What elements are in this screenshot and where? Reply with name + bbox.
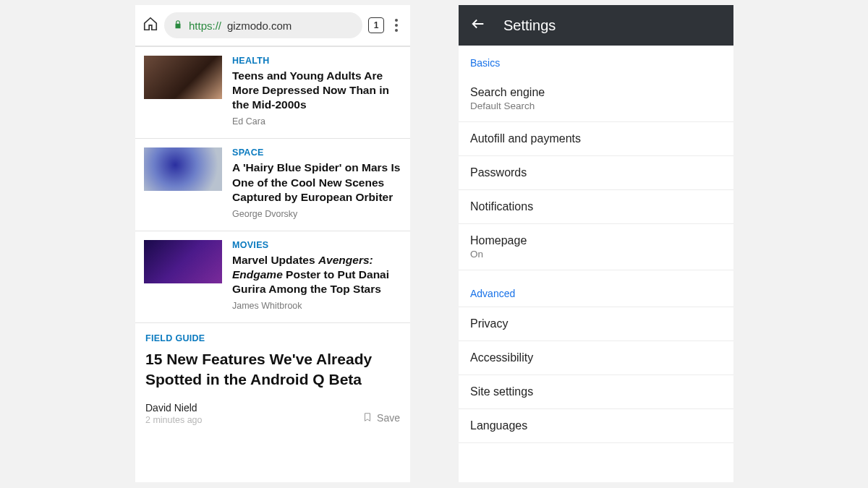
article-category[interactable]: HEALTH	[232, 56, 401, 66]
article-headline[interactable]: A 'Hairy Blue Spider' on Mars Is One of …	[232, 160, 401, 204]
setting-title: Privacy	[470, 317, 722, 330]
browser-toolbar: https://gizmodo.com 1	[135, 5, 410, 46]
article-author[interactable]: James Whitbrook	[232, 301, 401, 311]
setting-autofill[interactable]: Autofill and payments	[459, 122, 733, 156]
article-headline[interactable]: Marvel Updates Avengers: Endgame Poster …	[232, 253, 401, 296]
setting-title: Autofill and payments	[470, 132, 722, 145]
article-body: MOVIES Marvel Updates Avengers: Endgame …	[232, 240, 401, 311]
settings-screenshot: Settings Basics Search engine Default Se…	[459, 5, 733, 482]
article-author[interactable]: Ed Cara	[232, 116, 401, 127]
article-headline[interactable]: Teens and Young Adults Are More Depresse…	[232, 69, 401, 112]
article-thumbnail	[144, 56, 222, 99]
settings-title: Settings	[503, 17, 556, 34]
byline: David Nield 2 minutes ago	[145, 402, 203, 425]
bookmark-icon	[362, 411, 373, 425]
feature-headline[interactable]: 15 New Features We've Already Spotted in…	[145, 349, 400, 389]
back-arrow-icon[interactable]	[470, 16, 486, 35]
article-thumbnail	[144, 147, 222, 191]
feature-footer: David Nield 2 minutes ago Save	[145, 402, 400, 425]
article-category[interactable]: FIELD GUIDE	[145, 333, 400, 343]
article-body: HEALTH Teens and Young Adults Are More D…	[232, 56, 401, 127]
save-label: Save	[377, 412, 400, 424]
tab-count: 1	[374, 20, 379, 30]
article-row[interactable]: MOVIES Marvel Updates Avengers: Endgame …	[135, 231, 410, 322]
setting-passwords[interactable]: Passwords	[459, 156, 733, 190]
section-label-basics: Basics	[459, 46, 733, 76]
feature-article[interactable]: FIELD GUIDE 15 New Features We've Alread…	[135, 322, 410, 432]
article-author[interactable]: George Dvorsky	[232, 209, 401, 219]
home-icon[interactable]	[142, 16, 158, 35]
setting-title: Site settings	[470, 385, 722, 398]
section-label-advanced: Advanced	[459, 276, 733, 307]
article-row[interactable]: HEALTH Teens and Young Adults Are More D…	[135, 46, 410, 138]
tabs-icon[interactable]: 1	[368, 17, 384, 33]
feature-timestamp: 2 minutes ago	[145, 415, 203, 425]
setting-subtitle: Default Search	[470, 100, 722, 111]
setting-title: Notifications	[470, 200, 722, 213]
url-protocol: https://	[189, 20, 221, 32]
setting-title: Search engine	[470, 86, 722, 99]
setting-title: Homepage	[470, 234, 722, 247]
setting-privacy[interactable]: Privacy	[459, 307, 733, 341]
setting-title: Passwords	[470, 166, 722, 179]
setting-title: Accessibility	[470, 351, 722, 364]
setting-subtitle: On	[470, 249, 722, 260]
article-category[interactable]: MOVIES	[232, 240, 401, 250]
article-row[interactable]: SPACE A 'Hairy Blue Spider' on Mars Is O…	[135, 138, 410, 230]
lock-icon	[173, 20, 183, 32]
article-thumbnail	[144, 240, 222, 283]
setting-languages[interactable]: Languages	[459, 409, 733, 443]
settings-header: Settings	[459, 5, 733, 46]
setting-site-settings[interactable]: Site settings	[459, 375, 733, 409]
setting-accessibility[interactable]: Accessibility	[459, 341, 733, 375]
overflow-menu-icon[interactable]	[390, 19, 403, 32]
save-button[interactable]: Save	[362, 411, 400, 425]
feature-author[interactable]: David Nield	[145, 402, 203, 414]
setting-homepage[interactable]: Homepage On	[459, 224, 733, 270]
setting-title: Languages	[470, 419, 722, 432]
url-bar[interactable]: https://gizmodo.com	[164, 12, 362, 38]
browser-screenshot: https://gizmodo.com 1 HEALTH Teens and Y…	[135, 5, 410, 482]
setting-search-engine[interactable]: Search engine Default Search	[459, 76, 733, 122]
article-body: SPACE A 'Hairy Blue Spider' on Mars Is O…	[232, 147, 401, 218]
setting-notifications[interactable]: Notifications	[459, 190, 733, 224]
url-host: gizmodo.com	[227, 20, 292, 32]
article-category[interactable]: SPACE	[232, 147, 401, 158]
